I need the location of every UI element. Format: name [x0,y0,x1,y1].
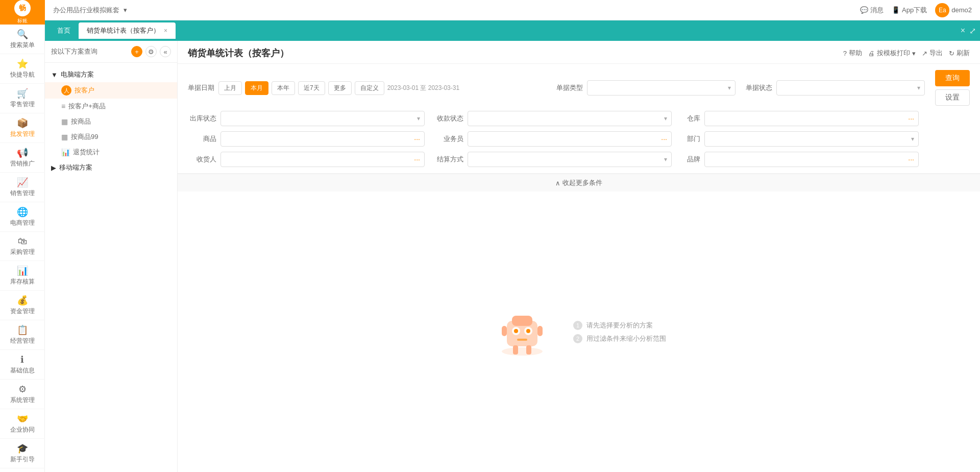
help-btn[interactable]: ? 帮助 [843,49,862,58]
tree-by-customer-product[interactable]: ≡ 按客户+商品 [45,99,177,114]
collapse-panel-btn[interactable]: « [160,46,171,57]
product-select[interactable]: ··· [220,131,425,147]
empty-tip-2: 2 用过滤条件来缩小分析范围 [573,334,666,343]
warehouse-ellipsis[interactable]: ··· [908,114,914,123]
add-scheme-btn[interactable]: + [131,46,142,57]
marketing-icon: 📢 [17,147,28,158]
empty-tips: 1 请先选择要分析的方案 2 用过滤条件来缩小分析范围 [573,321,666,343]
query-button[interactable]: 查询 [935,70,970,86]
sidebar-item-business[interactable]: 📋 经营管理 [0,320,45,350]
sidebar-item-new-guide[interactable]: 🎓 新手引导 [0,439,45,468]
recipient-ellipsis[interactable]: ··· [414,155,420,163]
sidebar-item-basic-info[interactable]: ℹ 基础信息 [0,350,45,380]
sidebar-item-retail[interactable]: 🛒 零售管理 [0,84,45,113]
sidebar-item-ecommerce[interactable]: 🌐 电商管理 [0,202,45,232]
collapse-btn[interactable]: ∧ 收起更多条件 [555,178,602,187]
product-ellipsis[interactable]: ··· [414,135,420,143]
sidebar-item-inventory[interactable]: 📊 库存核算 [0,261,45,291]
app-download-btn[interactable]: 📱 App下载 [892,6,927,15]
tree-by-product-99[interactable]: ▦ 按商品99 [45,129,177,145]
sidebar-item-quick-nav[interactable]: ⭐ 快捷导航 [0,54,45,84]
sidebar-item-sales[interactable]: 📈 销售管理 [0,173,45,202]
new-guide-icon: 🎓 [17,443,28,454]
right-panel-inner: 销货单统计表（按客户） ? 帮助 🖨 按模板打印 ▾ ↗ [178,41,980,472]
svg-point-6 [526,329,530,333]
sidebar-item-search-menu[interactable]: 🔍 搜索菜单 [0,25,45,54]
sidebar-item-enterprise-collab[interactable]: 🤝 企业协同 [0,409,45,439]
quick-nav-icon: ⭐ [17,58,28,69]
print-icon: 🖨 [868,50,875,57]
date-btn-last-7-days[interactable]: 近7天 [298,81,325,95]
page-header-actions: ? 帮助 🖨 按模板打印 ▾ ↗ 导出 ↻ [843,49,970,58]
tab-home[interactable]: 首页 [49,22,79,39]
sales-icon: 📈 [17,177,28,188]
sidebar-item-app-center[interactable]: 📱 应用中心 [0,468,45,472]
window-expand-btn[interactable]: ⤢ [969,26,976,36]
sidebar-item-marketing[interactable]: 📢 营销推广 [0,143,45,173]
settlement-select[interactable]: ▾ [468,152,672,167]
refresh-btn[interactable]: ↻ 刷新 [949,49,970,58]
message-icon: 💬 [860,6,868,14]
date-range: 2023-03-01 至 2023-03-31 [387,84,459,92]
svg-rect-8 [502,326,507,336]
topbar-dropdown-icon[interactable]: ▾ [124,6,127,14]
help-icon: ? [843,50,847,57]
tree-mobile-scheme[interactable]: ▶ 移动端方案 [45,160,177,175]
tab-close-btn[interactable]: × [164,27,167,34]
tree-return-stats[interactable]: 📊 退货统计 [45,145,177,160]
brand-ellipsis[interactable]: ··· [908,155,914,163]
tabbar-actions: × ⤢ [961,26,976,36]
sidebar-item-label: 采购管理 [10,248,35,256]
department-select[interactable]: ▾ [704,131,919,147]
template-print-btn[interactable]: 🖨 按模板打印 ▾ [868,49,916,58]
tab-sales-stats[interactable]: 销货单统计表（按客户） × [79,22,176,39]
user-profile-btn[interactable]: Ea demo2 [935,3,972,17]
brand-select[interactable]: ··· [704,152,919,167]
sidebar-item-label: 零售管理 [10,100,35,109]
mobile-expand-icon: ▶ [51,164,56,172]
sidebar-item-purchase[interactable]: 🛍 采购管理 [0,232,45,261]
warehouse-label: 仓库 [682,114,700,123]
sidebar-item-system[interactable]: ⚙ 系统管理 [0,380,45,409]
tree-by-customer[interactable]: 人 按客户 [45,82,177,99]
sidebar-item-label: 快捷导航 [10,70,35,79]
out-status-select[interactable]: ▾ [220,111,425,126]
message-btn[interactable]: 💬 消息 [860,6,884,15]
doc-type-select[interactable]: ▾ [587,80,736,96]
avatar: Ea [935,3,949,17]
sidebar-item-label: 电商管理 [10,219,35,227]
sidebar-item-finance[interactable]: 💰 资金管理 [0,291,45,320]
user-name: demo2 [951,6,972,14]
topbar: 办公用品行业模拟账套 ▾ 💬 消息 📱 App下载 Ea demo2 [45,0,980,20]
left-panel: 按以下方案查询 + ⚙ « ▼ 电脑端方案 人 按客户 ≡ 按客 [45,41,178,472]
date-btn-last-month[interactable]: 上月 [218,81,242,95]
date-btn-custom[interactable]: 自定义 [355,81,384,95]
salesperson-ellipsis[interactable]: ··· [661,135,667,143]
settings-button[interactable]: 设置 [935,89,970,106]
export-icon: ↗ [922,50,927,57]
sidebar: 畅 标账 🔍 搜索菜单 ⭐ 快捷导航 🛒 零售管理 📦 批发管理 📢 营销推广 … [0,0,45,472]
recipient-select[interactable]: ··· [220,152,425,167]
system-icon: ⚙ [18,384,27,395]
export-btn[interactable]: ↗ 导出 [922,49,943,58]
salesperson-select[interactable]: ··· [468,131,672,147]
date-btn-this-year[interactable]: 本年 [272,81,295,95]
tree-desktop-scheme[interactable]: ▼ 电脑端方案 [45,67,177,82]
tip-num-2: 2 [573,334,582,343]
tree-by-product[interactable]: ▦ 按商品 [45,114,177,129]
avatar-text: Ea [939,7,946,14]
collapse-bar: ∧ 收起更多条件 [178,174,980,192]
warehouse-select[interactable]: ··· [704,111,919,126]
scheme-settings-btn[interactable]: ⚙ [145,46,157,57]
window-close-btn[interactable]: × [961,26,965,36]
receipt-status-select[interactable]: ▾ [468,111,672,126]
doc-status-select[interactable]: ▾ [776,80,925,96]
date-btn-more[interactable]: 更多 [328,81,352,95]
basic-info-icon: ℹ [20,354,24,365]
date-btn-this-month[interactable]: 本月 [245,81,268,95]
sidebar-item-label: 资金管理 [10,307,35,316]
collapse-icon: ∧ [555,179,560,187]
sidebar-item-wholesale[interactable]: 📦 批发管理 [0,113,45,143]
svg-rect-11 [526,345,531,355]
topbar-right: 💬 消息 📱 App下载 Ea demo2 [860,3,972,17]
